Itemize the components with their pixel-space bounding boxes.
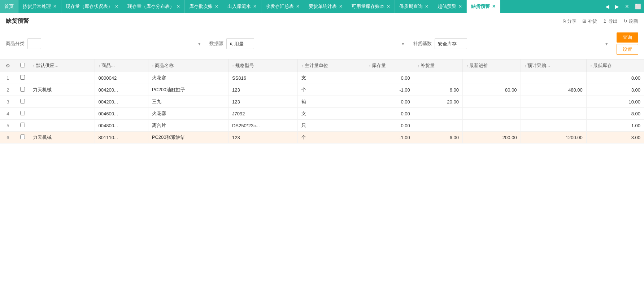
refresh-icon: ↻ [623,18,627,24]
th-spec[interactable]: 规格型号 [228,59,297,72]
query-button[interactable]: 查询 [617,32,638,43]
row-select-6[interactable] [20,134,25,139]
tab-close-overstock[interactable]: ✕ [458,4,462,9]
refresh-action[interactable]: ↻ 刷新 [623,18,638,25]
tab-close-shortage[interactable]: ✕ [492,4,496,9]
tab-close-expiry-query[interactable]: ✕ [425,4,428,9]
tab-close-demand-stat[interactable]: ✕ [339,4,343,9]
settings-gear-icon[interactable]: ⚙ [6,63,10,69]
cell-product-name-4: 火花塞 [148,108,228,120]
cell-latest-price-3 [462,96,521,108]
cell-latest-price-6: 200.00 [462,132,521,144]
share-action[interactable]: ⎘ 分享 [563,18,576,25]
category-select[interactable] [27,38,41,49]
cell-spec-1: SS816 [228,72,297,84]
cell-product-code-1: 0000042 [95,72,148,84]
th-settings: ⚙ [0,59,16,72]
cell-stock-qty-3: 0.00 [365,96,414,108]
th-replenish-qty[interactable]: 补货量 [414,59,462,72]
tab-prev-button[interactable]: ◀ [602,0,612,13]
page-title: 缺货预警 [6,17,29,25]
row-checkbox-6 [16,132,29,144]
tab-close-all-button[interactable]: ✕ [622,0,632,13]
settings-button[interactable]: 设置 [617,44,638,55]
cell-spec-5: DS250*23c... [228,120,297,132]
row-select-4[interactable] [20,111,25,115]
table-row: 4 004600... 火花塞 J7092 支 0.00 8.00 [0,108,644,120]
th-stock-qty[interactable]: 库存量 [365,59,414,72]
th-unit[interactable]: 主计量单位 [298,59,365,72]
cell-supplier-2: 力天机械 [29,84,95,96]
cell-product-name-6: PC200张紧油缸 [148,132,228,144]
th-product-code[interactable]: 商品... [95,59,148,72]
table-row: 5 004800... 离合片 DS250*23c... 只 0.00 1.00 [0,120,644,132]
table-row: 3 004200... 三九 123 箱 0.00 20.00 10.00 [0,96,644,108]
cell-unit-1: 支 [298,72,365,84]
tab-close-inventory-dist[interactable]: ✕ [177,4,180,9]
tab-demand-stat[interactable]: 要货单统计表 ✕ [304,0,347,13]
tab-close-batch-account[interactable]: ✕ [215,4,218,9]
filter-bar: 商品分类 数据源 可用量 补货基数 安全库存 [0,28,644,59]
cell-min-stock-2: 3.00 [586,84,644,96]
table-row: 2 力天机械 004200... PC200油缸缸子 123 个 -1.00 6… [0,84,644,96]
th-checkbox [16,59,29,72]
tab-close-inventory-status[interactable]: ✕ [115,4,118,9]
select-all-checkbox[interactable] [20,63,25,67]
th-min-stock[interactable]: 最低库存 [586,59,644,72]
shortage-table: ⚙ 默认供应... 商品... 商品名称 规格型号 [0,59,644,144]
tab-collect-summary[interactable]: 收发存汇总表 ✕ [261,0,304,13]
table-container: ⚙ 默认供应... 商品... 商品名称 规格型号 [0,59,644,144]
tab-abnormal[interactable]: 拣货异常处理 ✕ [18,0,61,13]
row-select-2[interactable] [20,87,25,92]
th-default-supplier[interactable]: 默认供应... [29,59,95,72]
row-num-1: 1 [0,72,16,84]
tab-expiry-query[interactable]: 保质期查询 ✕ [395,0,433,13]
tab-batch-account[interactable]: 库存批次账 ✕ [185,0,223,13]
tab-shortage[interactable]: 缺货预警 ✕ [467,0,500,13]
tab-close-available-ledger[interactable]: ✕ [387,4,390,9]
cell-spec-2: 123 [228,84,297,96]
table-row: 1 0000042 火花塞 SS816 支 0.00 8.00 [0,72,644,84]
export-action[interactable]: ↥ 导出 [603,18,618,25]
th-est-purchase[interactable]: 预计采购... [521,59,586,72]
tab-maximize-button[interactable]: ⬜ [632,0,644,13]
row-select-3[interactable] [20,99,25,103]
cell-est-purchase-3 [521,96,586,108]
cell-supplier-5 [29,120,95,132]
th-product-name[interactable]: 商品名称 [148,59,228,72]
cell-est-purchase-5 [521,120,586,132]
tab-inout-flow[interactable]: 出入库流水 ✕ [223,0,261,13]
cell-replenish-qty-1 [414,72,462,84]
tab-overstock[interactable]: 超储预警 ✕ [433,0,467,13]
row-select-1[interactable] [20,75,25,80]
cell-supplier-6: 力天机械 [29,132,95,144]
cell-product-code-2: 004200... [95,84,148,96]
cell-replenish-qty-2: 6.00 [414,84,462,96]
row-select-5[interactable] [20,123,25,127]
replenish-base-label: 补货基数 [413,40,432,47]
datasource-select[interactable]: 可用量 [226,38,254,49]
tab-close-abnormal[interactable]: ✕ [53,4,57,9]
row-num-2: 2 [0,84,16,96]
tab-inventory-dist[interactable]: 现存量（库存分布表） ✕ [123,0,185,13]
filter-right-buttons: 查询 设置 [617,32,638,55]
cell-replenish-qty-5 [414,120,462,132]
tab-available-ledger[interactable]: 可用量库存账本 ✕ [347,0,395,13]
tab-close-collect-summary[interactable]: ✕ [296,4,300,9]
cell-supplier-3 [29,96,95,108]
cell-product-code-3: 004200... [95,96,148,108]
th-latest-price[interactable]: 最新进价 [462,59,521,72]
cell-stock-qty-1: 0.00 [365,72,414,84]
tab-inventory-status[interactable]: 现存量（库存状况表） ✕ [61,0,123,13]
tab-home[interactable]: 首页 [0,0,18,13]
tab-next-button[interactable]: ▶ [612,0,622,13]
replenish-base-select[interactable]: 安全库存 [435,38,467,49]
cell-min-stock-6: 3.00 [586,132,644,144]
tab-close-inout-flow[interactable]: ✕ [253,4,257,9]
share-icon: ⎘ [563,18,566,24]
cell-stock-qty-6: -1.00 [365,132,414,144]
tab-bar: 首页 拣货异常处理 ✕ 现存量（库存状况表） ✕ 现存量（库存分布表） ✕ 库存… [0,0,644,13]
replenish-action[interactable]: ⊞ 补货 [582,18,597,25]
row-num-6: 6 [0,132,16,144]
cell-product-name-1: 火花塞 [148,72,228,84]
